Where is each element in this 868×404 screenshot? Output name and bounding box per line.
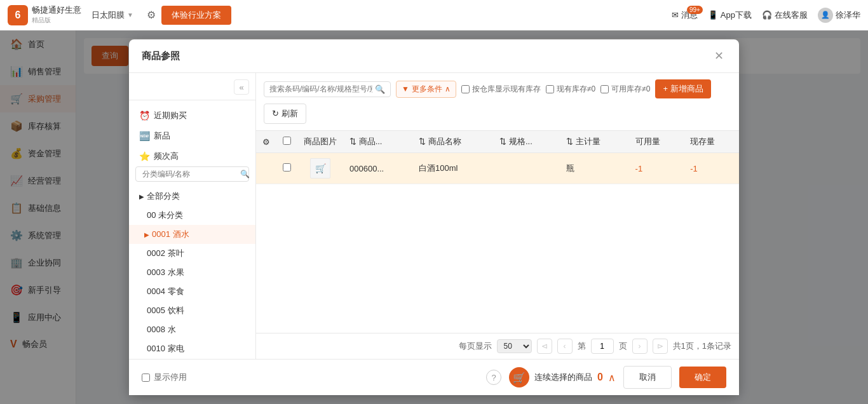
- quick-new-label: 新品: [154, 130, 170, 142]
- modal-right-panel: 🔍 ▼ 更多条件 ∧ 按仓库显示现有库存 现有库存≠0: [256, 73, 739, 359]
- add-product-button[interactable]: + 新增商品: [655, 79, 710, 98]
- table-col-available: 可用量: [629, 131, 684, 153]
- page-size-select[interactable]: 50 100 200: [497, 339, 532, 353]
- modal-left-panel: « ⏰ 近期购买 🆕 新品 ⭐ 频次高 🔍: [129, 73, 256, 359]
- category-liquor[interactable]: ▶ 0001 酒水: [129, 225, 255, 244]
- category-water[interactable]: 0008 水: [129, 320, 255, 339]
- arrow-active-icon: ▶: [144, 231, 149, 238]
- select-all-checkbox[interactable]: [283, 137, 291, 145]
- product-table: ⚙ 商品图片 ⇅ 商品...: [256, 131, 739, 333]
- modal-left-top: «: [129, 79, 255, 100]
- quick-freq-label: 频次高: [154, 151, 179, 162]
- sort-code-icon[interactable]: ⇅: [349, 137, 356, 146]
- display-disabled-checkbox[interactable]: 显示停用: [142, 372, 187, 383]
- message-badge: 99+: [687, 6, 703, 14]
- logo-area: 6 畅捷通好生意 精品版: [8, 5, 84, 25]
- page-size-label: 每页显示: [459, 340, 492, 352]
- category-search-box[interactable]: 🔍: [135, 166, 249, 182]
- app-name: 畅捷通好生意: [32, 5, 81, 16]
- sort-unit-icon[interactable]: ⇅: [566, 137, 573, 146]
- page-unit-label: 页: [619, 340, 627, 352]
- category-uncategorized[interactable]: 00 未分类: [129, 206, 255, 225]
- category-all[interactable]: ▶ 全部分类: [129, 187, 255, 206]
- quick-high-frequency[interactable]: ⭐ 频次高: [129, 146, 255, 166]
- cart-count: 0: [597, 372, 603, 383]
- search-icon[interactable]: 🔍: [375, 84, 385, 94]
- category-snacks[interactable]: 0004 零食: [129, 282, 255, 301]
- category-appliances[interactable]: 0010 家电: [129, 339, 255, 358]
- more-filter-button[interactable]: ▼ 更多条件 ∧: [396, 81, 456, 98]
- quick-recent-purchase[interactable]: ⏰ 近期购买: [129, 105, 255, 126]
- row-image: 🛒: [297, 153, 343, 184]
- refresh-button[interactable]: ↻ 刷新: [264, 104, 306, 124]
- modal-overlay: 商品参照 ✕ « ⏰ 近期购买 🆕 新品 ⭐: [0, 30, 868, 404]
- collapse-button[interactable]: «: [234, 79, 249, 95]
- category-fruit[interactable]: 0003 水果: [129, 263, 255, 282]
- row-name: 白酒100ml: [412, 153, 493, 184]
- message-icon: ✉: [672, 10, 679, 20]
- message-button[interactable]: ✉ 消息 99+: [672, 10, 698, 21]
- app-sub-name: 精品版: [32, 16, 81, 25]
- table-col-spec: ⇅ 规格...: [493, 131, 560, 153]
- table-row[interactable]: 🛒 000600... 白酒100ml 瓶 -1: [256, 153, 739, 184]
- modal-body: « ⏰ 近期购买 🆕 新品 ⭐ 频次高 🔍: [129, 73, 739, 359]
- first-page-button[interactable]: ⊲: [537, 339, 552, 354]
- pagination-bar: 每页显示 50 100 200 ⊲ ‹ 第 页 › ⊳ 共1页，1条记录: [256, 333, 739, 359]
- sort-spec-icon[interactable]: ⇅: [499, 137, 506, 146]
- row-available: -1: [629, 153, 684, 184]
- cart-label: 连续选择的商品: [534, 372, 592, 383]
- row-check[interactable]: [276, 153, 297, 184]
- existing-stock-checkbox[interactable]: 现有库存≠0: [546, 84, 595, 95]
- warehouse-display-checkbox[interactable]: 按仓库显示现有库存: [461, 84, 541, 95]
- product-search-input[interactable]: [269, 84, 372, 93]
- category-tea[interactable]: 0002 茶叶: [129, 244, 255, 263]
- avatar: 👤: [818, 8, 833, 23]
- logo-icon: 6: [8, 5, 28, 25]
- product-search-box[interactable]: 🔍: [264, 81, 391, 97]
- table-col-gear: ⚙: [256, 131, 276, 153]
- app-download-button[interactable]: 📱 App下载: [708, 10, 752, 21]
- modal-toolbar: 🔍 ▼ 更多条件 ∧ 按仓库显示现有库存 现有库存≠0: [256, 73, 739, 131]
- store-name: 日太阳膜: [92, 10, 125, 21]
- store-selector[interactable]: 日太阳膜 ▼: [84, 7, 141, 24]
- user-profile[interactable]: 👤 徐泽华: [818, 8, 860, 23]
- chevron-down-icon: ▼: [127, 11, 133, 18]
- nav-right: ✉ 消息 99+ 📱 App下载 🎧 在线客服 👤 徐泽华: [672, 8, 860, 23]
- row-spec: [493, 153, 560, 184]
- top-nav: 6 畅捷通好生意 精品版 日太阳膜 ▼ ⚙ 体验行业方案 ✉ 消息 99+ 📱 …: [0, 0, 868, 30]
- category-search-icon[interactable]: 🔍: [240, 170, 250, 178]
- row-gear: [256, 153, 276, 184]
- quick-new-product[interactable]: 🆕 新品: [129, 126, 255, 146]
- cart-collapse-icon[interactable]: ∧: [608, 372, 616, 384]
- arrow-icon: ▶: [139, 193, 144, 200]
- prev-page-button[interactable]: ‹: [557, 339, 573, 354]
- headset-icon: 🎧: [762, 10, 772, 20]
- last-page-button[interactable]: ⊳: [653, 339, 668, 354]
- category-drinks[interactable]: 0005 饮料: [129, 301, 255, 320]
- next-page-button[interactable]: ›: [632, 339, 648, 354]
- cart-area: 🛒 连续选择的商品 0 ∧: [509, 367, 616, 387]
- confirm-button[interactable]: 确定: [679, 367, 726, 388]
- row-stock: -1: [684, 153, 739, 184]
- modal-close-button[interactable]: ✕: [711, 48, 726, 64]
- table-col-image: 商品图片: [297, 131, 343, 153]
- table-col-code: ⇅ 商品...: [343, 131, 412, 153]
- settings-button[interactable]: ⚙: [141, 5, 161, 25]
- customer-service-button[interactable]: 🎧 在线客服: [762, 10, 808, 21]
- table-col-unit: ⇅ 主计量: [560, 131, 628, 153]
- phone-icon: 📱: [708, 10, 718, 20]
- try-industry-button[interactable]: 体验行业方案: [161, 6, 231, 25]
- modal-title: 商品参照: [142, 50, 180, 62]
- table-header-row: ⚙ 商品图片 ⇅ 商品...: [256, 131, 739, 153]
- help-button[interactable]: ?: [486, 370, 501, 385]
- star-icon: ⭐: [139, 151, 150, 161]
- filter-icon: ▼: [402, 84, 409, 93]
- new-icon: 🆕: [139, 131, 150, 141]
- available-stock-checkbox[interactable]: 可用库存≠0: [600, 84, 650, 95]
- cart-icon-button[interactable]: 🛒: [509, 367, 529, 387]
- page-number-input[interactable]: [591, 339, 614, 354]
- sort-name-icon[interactable]: ⇅: [419, 137, 426, 146]
- product-image: 🛒: [310, 158, 330, 178]
- category-search-input[interactable]: [142, 170, 238, 178]
- cancel-button[interactable]: 取消: [623, 366, 672, 389]
